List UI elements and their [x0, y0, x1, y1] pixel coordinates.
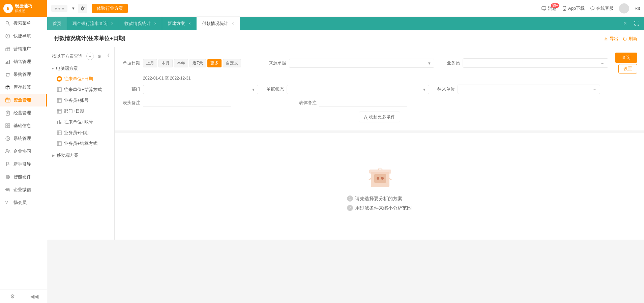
message-btn[interactable]: 消息 99+ [541, 5, 557, 11]
tab-expand-btn[interactable]: ⛶ [632, 19, 641, 28]
doc-status-field: 单据状态 ▾ [265, 85, 429, 94]
tab-receipts[interactable]: 收款情况统计 × [119, 17, 162, 30]
tab-close-new-scheme[interactable]: × [188, 21, 191, 26]
collapse-conditions-btn[interactable]: ⋀ 收起更多条件 [359, 112, 400, 122]
svg-rect-21 [8, 126, 10, 128]
tab-close-payments[interactable]: × [232, 21, 234, 26]
source-doc-field: 来源单据 ▾ [267, 59, 435, 68]
partner-select[interactable]: ··· [458, 85, 600, 94]
collapse-row: ⋀ 收起更多条件 [121, 112, 637, 122]
users-icon [5, 148, 11, 154]
sidebar-collapse-btn[interactable]: ◀◀ [25, 293, 44, 300]
sidebar-item-inventory[interactable]: 库存核算 [0, 81, 47, 94]
sidebar-item-quicknav[interactable]: 快捷导航 [0, 30, 47, 42]
wallet-icon [5, 97, 11, 103]
staff-select[interactable]: ··· [463, 58, 608, 68]
svg-point-43 [564, 9, 565, 10]
sidebar-item-marketing[interactable]: 营销推广 [0, 42, 47, 55]
svg-rect-55 [60, 122, 61, 124]
svg-rect-12 [5, 99, 10, 102]
refresh-btn[interactable]: 刷新 [622, 36, 637, 42]
scheme-add-btn[interactable]: + [86, 53, 94, 60]
tab-bank-flow[interactable]: 现金银行流水查询 × [67, 17, 119, 30]
svg-point-0 [6, 22, 9, 24]
tab-payments[interactable]: 付款情况统计 × [197, 17, 240, 30]
date-label: 单据日期 [121, 60, 140, 66]
export-btn[interactable]: 导出 [604, 36, 618, 42]
online-service-btn[interactable]: 在线客服 [590, 5, 614, 11]
scheme-item-0[interactable]: 往来单位+日期 [47, 73, 114, 84]
sidebar-item-wechat[interactable]: 企业微信 [0, 183, 47, 196]
box-icon [5, 84, 11, 90]
scheme-collapse-btn[interactable]: 《 [105, 53, 110, 60]
svg-line-1 [8, 24, 10, 25]
setting-btn[interactable]: 设置 [618, 64, 637, 73]
sidebar-item-vip[interactable]: V 畅会员 [0, 196, 47, 209]
sidebar-item-sales[interactable]: 销售管理 [0, 55, 47, 68]
scheme-group-pc-header[interactable]: ▾ 电脑端方案 [47, 63, 114, 73]
tab-close-bank-flow[interactable]: × [111, 21, 113, 26]
tab-close-all-btn[interactable]: × [620, 19, 630, 28]
date-btn-custom[interactable]: 自定义 [223, 59, 241, 67]
sidebar-item-capital[interactable]: 资金管理 [0, 94, 47, 107]
scheme-settings-btn[interactable]: ⚙ [96, 53, 103, 60]
header-remark-input[interactable] [143, 99, 231, 107]
svg-text:V: V [5, 201, 8, 205]
source-doc-arrow: ▾ [428, 61, 431, 66]
query-btn[interactable]: 查询 [615, 53, 637, 63]
step-num-2: 2 [347, 205, 353, 211]
sidebar-nav: 搜索菜单 快捷导航 营销推广 销售管理 采购管理 [0, 17, 47, 290]
tab-bar: 首页 现金银行流水查询 × 收款情况统计 × 新建方案 × 付款情况统计 × ×… [47, 17, 644, 30]
sidebar-item-enterprise[interactable]: 企业协同 [0, 145, 47, 158]
scheme-item-3[interactable]: 部门+日期 [47, 106, 114, 117]
source-doc-select[interactable]: ▾ [289, 59, 435, 68]
scheme-group-arrow: ▾ [52, 66, 54, 71]
table-icon-3 [57, 109, 62, 114]
sidebar-item-search[interactable]: 搜索菜单 [0, 17, 47, 30]
tab-home[interactable]: 首页 [47, 17, 67, 30]
grid-icon [5, 123, 11, 129]
staff-dots[interactable]: ··· [601, 60, 605, 66]
cpu-icon [5, 174, 11, 180]
svg-rect-19 [8, 124, 10, 125]
content-area: 单据日期 上月 本月 本年 近7天 更多 自定义 来源单据 [115, 47, 644, 240]
scheme-item-5[interactable]: 业务员+日期 [47, 127, 114, 138]
scheme-item-2[interactable]: 业务员+账号 [47, 95, 114, 106]
scheme-item-6[interactable]: 业务员+结算方式 [47, 138, 114, 149]
svg-point-24 [6, 150, 8, 151]
company-dropdown-btn[interactable]: ▾ [72, 6, 75, 11]
tab-close-receipts[interactable]: × [154, 21, 156, 26]
date-btn-this-month[interactable]: 本月 [158, 59, 173, 67]
gear-btn[interactable] [78, 4, 87, 13]
username[interactable]: Rit [635, 6, 640, 11]
partner-dots[interactable]: ··· [592, 87, 596, 92]
trial-btn[interactable]: 体验行业方案 [92, 4, 128, 13]
sidebar-settings-btn[interactable]: ⚙ [3, 293, 22, 300]
svg-rect-63 [374, 174, 386, 183]
svg-point-13 [8, 100, 9, 101]
app-download-btn[interactable]: App下载 [562, 5, 585, 11]
sidebar-item-beginner[interactable]: 新手引导 [0, 158, 47, 171]
sidebar-item-hardware[interactable]: 智能硬件 [0, 171, 47, 183]
body-remark-input[interactable] [319, 99, 407, 107]
sidebar-item-operations[interactable]: 经营管理 [0, 107, 47, 119]
date-btn-this-year[interactable]: 本年 [174, 59, 188, 67]
scheme-group-mobile-header[interactable]: ▶ 移动端方案 [47, 150, 114, 160]
tab-new-scheme[interactable]: 新建方案 × [162, 17, 197, 30]
sidebar-item-basic-info[interactable]: 基础信息 [0, 119, 47, 132]
svg-rect-50 [57, 109, 61, 113]
sidebar-item-system[interactable]: 系统管理 [0, 132, 47, 145]
date-btn-last-7[interactable]: 近7天 [189, 59, 206, 67]
scheme-item-1[interactable]: 往来单位+结算方式 [47, 84, 114, 95]
scheme-item-4[interactable]: 往来单位+账号 [47, 117, 114, 127]
dept-select[interactable]: ▾ [143, 85, 258, 94]
date-btn-last-month[interactable]: 上月 [143, 59, 157, 67]
date-btn-more[interactable]: 更多 [207, 59, 222, 67]
svg-point-65 [381, 177, 384, 180]
sidebar-item-purchase[interactable]: 采购管理 [0, 68, 47, 81]
avatar[interactable] [619, 3, 629, 13]
sidebar: 6 畅捷通巧 标准版 搜索菜单 快捷导航 营销推广 [0, 0, 47, 303]
doc-status-select[interactable]: ▾ [287, 85, 429, 94]
empty-step-2: 2 用过滤条件来缩小分析范围 [347, 203, 412, 213]
svg-rect-41 [542, 7, 546, 10]
